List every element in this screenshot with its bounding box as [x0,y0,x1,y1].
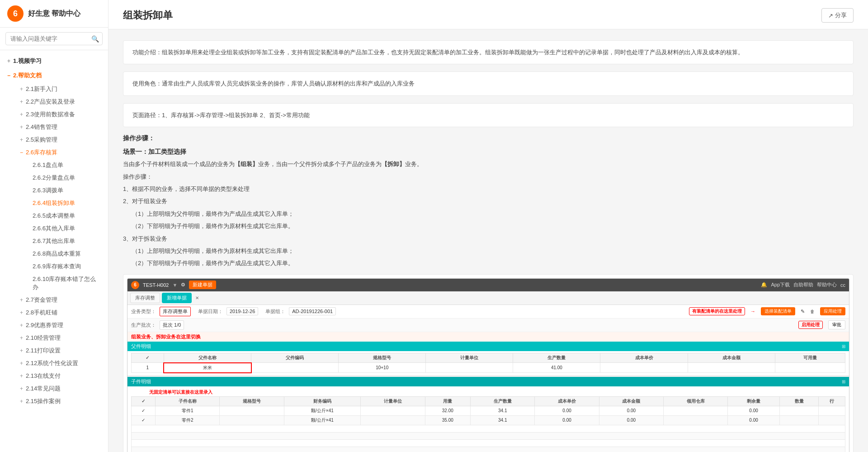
topbar-new-btn[interactable]: 新建单据 [189,281,216,289]
share-icon: ↗ [828,12,833,19]
sidebar-label-video: 1.视频学习 [13,57,42,65]
sim-col-amount: 成本金额 [688,353,775,363]
sim-top-section-header: 父件明细 ⊞ [127,342,849,351]
step2-2: （2）下部明细为子件明细，最终作为原材料生成其它出库单。 [132,221,854,231]
annotation1: 有装配清单的在这里处理 [689,307,745,315]
topbar-user: cc [840,282,845,288]
sim-annotation-row: 组装业务、拆卸业务在这里切换 [127,332,849,342]
sidebar-item-212[interactable]: + 2.12系统个性化设置 [13,357,108,370]
steps-main-title: 操作步骤： [123,134,854,143]
sim-form-row: 业务类型： 库存调整单 单据日期： 2019-12-26 单据组： AD-201… [127,305,849,319]
sidebar-item-265[interactable]: 2.6.5成本调整单 [25,209,108,222]
sidebar-item-268[interactable]: 2.6.8商品成本重算 [25,247,108,260]
sim-col-check: ✓ [132,353,164,363]
sidebar-item-video[interactable]: + 1.视频学习 [0,54,108,68]
feature-intro-text: 功能介绍：组装拆卸单用来处理企业组装或拆卸等加工业务，支持有固定装配清单的产品加… [132,49,744,56]
sidebar-item-25[interactable]: + 2.5采购管理 [13,133,108,146]
sidebar-sub-26: 2.6.1盘点单 2.6.2分量盘点单 2.6.3调拨单 2.6.4组装拆卸单 … [13,159,108,294]
sim-tab-adjust[interactable]: 库存调整 [130,293,160,303]
sidebar-label-docs: 2.帮助文档 [13,71,42,80]
steps-sub-title: 操作步骤： [123,171,854,182]
topbar-app: App下载 [771,281,790,288]
sidebar-item-210[interactable]: + 2.10经营管理 [13,332,108,344]
sidebar-sub-docs: + 2.1新手入门 + 2.2产品安装及登录 + 2.3使用前数据准备 + 2.… [0,83,108,408]
sidebar-item-264[interactable]: 2.6.4组装拆卸单 [25,197,108,209]
sim-col-cost: 成本单价 [600,353,688,363]
sim-dept-label: 单据组： [265,308,285,315]
sim-screenshot: 6 TEST-H002 ▼ ⚙ 新建单据 🔔 App下载 自助帮助 帮助中心 c… [127,278,849,452]
sidebar-item-2610[interactable]: 2.6.10库存账本错了怎么办 [25,273,108,294]
plus-icon-29: + [20,322,23,328]
plus-icon-211: + [20,347,23,354]
plus-icon-25: + [20,137,23,143]
step1: 1、根据不同的业务，选择不同单据的类型来处理 [123,184,854,194]
sim-apply-btn[interactable]: 应用处理 [820,307,845,315]
share-button[interactable]: ↗ 分享 [821,8,854,23]
minus-icon: − [7,72,10,79]
logo-title: 好生意 帮助中心 [28,9,80,19]
sidebar-item-261[interactable]: 2.6.1盘点单 [25,159,108,171]
plus-icon-213: + [20,373,23,379]
annotation2: 组装业务、拆卸业务在这里切换 [131,333,201,340]
path-text: 页面路径：1、库存核算->库存管理->组装拆卸单 2、首页->常用功能 [132,112,310,119]
sim-count-value: 批次 1/0 [160,320,184,330]
sim-tab-new[interactable]: 新增单据 [162,293,192,303]
plus-icon-21: + [20,86,23,92]
sidebar-item-211[interactable]: + 2.11打印设置 [13,344,108,357]
sidebar-item-21[interactable]: + 2.1新手入门 [13,83,108,95]
sim-type-value[interactable]: 库存调整单 [160,307,191,316]
sim-bottom-section-label: 子件明细 [131,378,151,385]
plus-icon-27: + [20,297,23,303]
sidebar-item-262[interactable]: 2.6.2分量盘点单 [25,171,108,184]
arrow1: → [750,309,755,314]
sim-edit-icon: ✎ [801,309,805,314]
topbar-help: 帮助中心 [817,281,837,288]
sim-bottom-table: ✓ 子件名称 规格型号 财务编码 计量单位 用量 生产数量 成本单价 成本金额 … [131,396,845,452]
sim-bottom-table-wrap: 无固定清单可以直接在这里录入 ✓ 子件名称 规格型号 财务编码 计量单位 用量 … [127,386,849,452]
sim-bottom-row-3 [132,425,845,432]
sidebar-item-24[interactable]: + 2.4销售管理 [13,121,108,133]
sim-bottom-row-6 [132,447,845,452]
sidebar-item-266[interactable]: 2.6.6其他入库单 [25,222,108,235]
sidebar-item-27[interactable]: + 2.7资金管理 [13,294,108,306]
sidebar-item-29[interactable]: + 2.9优惠券管理 [13,319,108,332]
sim-bottom-row-5 [132,439,845,447]
sidebar-item-213[interactable]: + 2.13在线支付 [13,370,108,382]
minus-icon-26: − [20,149,23,156]
topbar-bell: 🔔 [761,282,767,288]
sidebar-item-263[interactable]: 2.6.3调拨单 [25,184,108,197]
search-input[interactable] [5,32,103,45]
topbar-dropdown: ▼ [172,282,177,288]
sim-type-label: 业务类型： [131,308,156,315]
sidebar-item-23[interactable]: + 2.3使用前数据准备 [13,108,108,121]
sidebar-item-22[interactable]: + 2.2产品安装及登录 [13,95,108,108]
sidebar-item-215[interactable]: + 2.15操作案例 [13,395,108,408]
sidebar-item-269[interactable]: 2.6.9库存账本查询 [25,260,108,273]
search-button[interactable]: 🔍 [91,35,99,43]
plus-icon-23: + [20,111,23,118]
sidebar-item-214[interactable]: + 2.14常见问题 [13,382,108,395]
sim-top-section-label: 父件明细 [131,343,151,350]
sidebar-item-docs[interactable]: − 2.帮助文档 [0,68,108,83]
sim-col-pcode: 父件编码 [251,353,339,363]
sim-expand-icon2: ⊞ [842,379,845,384]
topbar-logo: 6 [131,281,139,289]
sim-select-plan-btn[interactable]: 选择装配清单 [761,307,795,315]
sim-top-row-1: 1 米米 10+10 41.00 [132,363,845,373]
step3-2: （2）下部明细为子件明细，最终作为产成品生成其它入库单。 [132,258,854,268]
sim-count-label: 生产批次： [131,322,156,328]
sim-expand-icon: ⊞ [842,344,845,349]
sidebar-item-26[interactable]: − 2.6库存核算 [13,146,108,159]
plus-icon-28: + [20,309,23,316]
sidebar-item-267[interactable]: 2.6.7其他出库单 [25,235,108,247]
sim-col-pname: 父件名称 [164,353,251,363]
sim-date-value: 2019-12-26 [226,307,258,315]
sim-dept-value: AD-20191226-001 [289,307,336,315]
sim-bottom-row-1: ✓ 零件1 颗/公斤×41 32.00 34.1 0.00 0.00 0. [132,406,845,415]
sim-approve-btn[interactable]: 审批 [828,320,845,329]
topbar-self: 自助帮助 [793,281,813,288]
sidebar-item-28[interactable]: + 2.8手机旺铺 [13,306,108,319]
role-text: 使用角色：通常由生产人员或库管人员完成拆装业务的操作，库管人员确认原材料的出库和… [132,80,415,87]
plus-icon-210: + [20,335,23,341]
sim-date-label: 单据日期： [198,308,223,315]
